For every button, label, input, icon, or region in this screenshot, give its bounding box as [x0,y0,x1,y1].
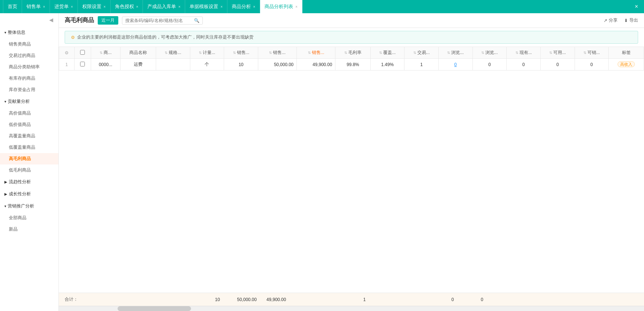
footer-current-stock: 0 [438,297,467,302]
sidebar: ◀ ▾ 整体信息 销售类商品 交易过的商品 商品分类助销率 有库存的商品 库存资… [0,13,59,311]
nav-product-analysis-list[interactable]: 商品分析列表 × [260,0,302,13]
cell-tag: 高收入 [609,59,644,70]
sidebar-group-marketing[interactable]: ▾ 营销推广分析 [0,200,58,212]
nav-close-icon[interactable]: × [220,5,223,9]
sidebar-group-trend[interactable]: ▶ 流趋性分析 [0,176,58,188]
column-sellable[interactable]: ⇅可销... [575,47,609,59]
footer-spacer4 [379,297,409,302]
row-checkbox[interactable] [80,62,85,66]
footer-sales-amount: 50,000.00 [232,297,262,302]
column-views2[interactable]: ⇅浏览... [472,47,507,59]
nav-finished-goods[interactable]: 产成品入库单 × [143,0,185,13]
nav-close-icon[interactable]: × [71,5,73,9]
content-header: 高毛利商品 近一月 🔍 ↗ 分享 ⬇ 导出 [59,13,644,28]
column-unit[interactable]: ⇅计量... [190,47,224,59]
footer-label: 合计： [65,296,78,303]
cell-name: 运费 [120,59,156,70]
time-filter-button[interactable]: 近一月 [98,16,118,25]
sidebar-item-low-margin[interactable]: 低毛利商品 [0,164,58,176]
sidebar-item-high-margin[interactable]: 高毛利商品 [0,153,58,164]
footer-spacer2 [291,297,320,302]
sidebar-item-new-products[interactable]: 新品 [0,224,58,235]
column-sales-amount[interactable]: ⇅销售... [258,47,296,59]
data-table-wrapper[interactable]: ⚙ ⇅商... 商品名称 ⇅规格... ⇅计量... ⇅销售... ⇅销售...… [59,47,644,293]
column-available[interactable]: ⇅可用... [541,47,575,59]
sidebar-item-low-coverage[interactable]: 低覆盖量商品 [0,142,58,153]
table-footer: 合计： 10 50,000.00 49,900.00 1 0 0 [59,293,644,306]
column-views1[interactable]: ⇅浏览... [439,47,473,59]
cell-sales-profit: 49,900.00 [297,59,335,70]
nav-purchase-order[interactable]: 进货单 × [50,0,78,13]
column-code[interactable]: ⇅商... [91,47,120,59]
data-table: ⚙ ⇅商... 商品名称 ⇅规格... ⇅计量... ⇅销售... ⇅销售...… [59,47,644,70]
sidebar-group-overall[interactable]: ▾ 整体信息 [0,26,58,39]
nav-permission-settings[interactable]: 权限设置 × [78,0,111,13]
expand-arrow-icon: ▾ [4,30,6,35]
sidebar-item-high-value[interactable]: 高价值商品 [0,108,58,119]
nav-template-settings[interactable]: 单据模板设置 × [185,0,227,13]
share-icon: ↗ [604,18,607,23]
expand-arrow-icon: ▶ [4,180,7,184]
nav-sales-order[interactable]: 销售单 × [22,0,50,13]
search-box: 🔍 [122,17,203,25]
column-settings[interactable]: ⚙ [59,47,75,59]
sidebar-item-low-value[interactable]: 低价值商品 [0,119,58,130]
sidebar-group-growth[interactable]: ▶ 成长性分析 [0,188,58,200]
export-button[interactable]: ⬇ 导出 [624,17,638,23]
column-sales-qty[interactable]: ⇅销售... [224,47,258,59]
column-current-stock[interactable]: ⇅现有... [507,47,541,59]
column-gross-margin[interactable]: ⇅毛利率 [335,47,371,59]
cell-views1[interactable]: 0 [439,59,473,70]
footer-spacer3 [320,297,350,302]
cell-code: 0000... [91,59,120,70]
column-name[interactable]: 商品名称 [120,47,156,59]
cell-gross-margin: 99.8% [335,59,371,70]
sidebar-group-contribution[interactable]: ▾ 贡献量分析 [0,95,58,108]
column-transactions[interactable]: ⇅交易... [404,47,439,59]
sidebar-item-category-rate[interactable]: 商品分类助销率 [0,61,58,73]
cell-index: 1 [59,59,75,70]
column-tag[interactable]: 标签 [609,47,644,59]
nav-close-icon[interactable]: × [178,5,180,9]
sidebar-item-high-coverage[interactable]: 高覆盖量商品 [0,130,58,142]
footer-sales-profit: 49,900.00 [262,297,291,302]
footer-spacer5 [409,297,438,302]
column-spec[interactable]: ⇅规格... [156,47,190,59]
select-all-checkbox[interactable] [80,50,85,55]
tag-badge: 高收入 [618,61,635,67]
nav-product-analysis[interactable]: 商品分析 × [227,0,260,13]
sidebar-item-all-products[interactable]: 全部商品 [0,212,58,224]
content-area: 高毛利商品 近一月 🔍 ↗ 分享 ⬇ 导出 ⚙ 企业的主要的利润都是这部分商品创… [59,13,644,311]
nav-home[interactable]: 首页 [3,0,22,13]
sidebar-item-sales-products[interactable]: 销售类商品 [0,39,58,50]
expand-arrow-icon: ▶ [4,192,7,196]
table-header-row: ⚙ ⇅商... 商品名称 ⇅规格... ⇅计量... ⇅销售... ⇅销售...… [59,47,644,59]
horizontal-scrollbar[interactable] [59,306,644,311]
nav-role-auth[interactable]: 角色授权 × [111,0,143,13]
footer-transactions: 1 [350,297,379,302]
window-close-button[interactable]: × [632,3,641,10]
nav-close-icon[interactable]: × [295,5,298,9]
nav-close-icon[interactable]: × [43,5,45,9]
cell-checkbox[interactable] [74,59,91,70]
sidebar-item-stock-funds[interactable]: 库存资金占用 [0,84,58,95]
column-sales-profit[interactable]: ⇅销售... [297,47,335,59]
column-coverage[interactable]: ⇅覆盖... [370,47,404,59]
page-title: 高毛利商品 [65,17,94,24]
sidebar-collapse-button[interactable]: ◀ [47,15,55,24]
scrollbar-thumb[interactable] [118,306,191,311]
share-button[interactable]: ↗ 分享 [604,17,618,23]
search-icon[interactable]: 🔍 [194,18,199,23]
nav-close-icon[interactable]: × [136,5,138,9]
sidebar-item-traded-products[interactable]: 交易过的商品 [0,50,58,61]
column-checkbox[interactable] [74,47,91,59]
nav-close-icon[interactable]: × [104,5,106,9]
nav-close-icon[interactable]: × [253,5,255,9]
cell-unit: 个 [190,59,224,70]
footer-spacer [85,297,203,302]
cell-available: 0 [541,59,575,70]
sidebar-item-in-stock[interactable]: 有库存的商品 [0,73,58,84]
export-icon: ⬇ [624,18,628,23]
search-input[interactable] [125,18,194,23]
cell-sellable: 0 [575,59,609,70]
